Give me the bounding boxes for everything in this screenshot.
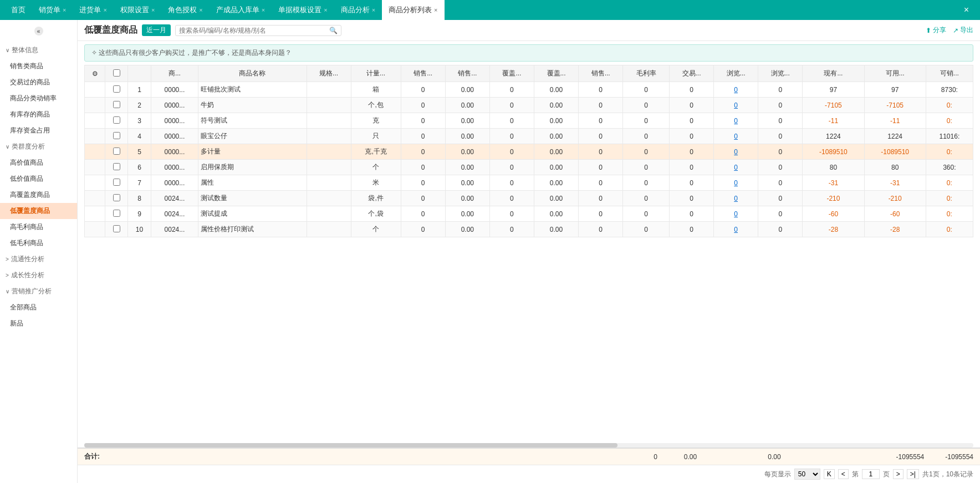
next-page-button[interactable]: > [893, 469, 904, 479]
sidebar-item-traded-goods[interactable]: 交易过的商品 [0, 74, 77, 90]
th-unit[interactable]: 计量... [351, 65, 401, 82]
window-close-button[interactable]: × [957, 5, 976, 15]
nav-permission[interactable]: 权限设置 × [114, 0, 161, 20]
th-code[interactable]: 商... [151, 65, 198, 82]
th-sellable[interactable]: 可销... [926, 65, 973, 82]
scrollbar-thumb[interactable] [84, 443, 617, 448]
sidebar-item-high-margin[interactable]: 高毛利商品 [0, 219, 77, 235]
cell-checkbox[interactable] [105, 144, 128, 160]
nav-goods-analysis-list-close[interactable]: × [434, 7, 437, 13]
row-checkbox[interactable] [113, 179, 120, 186]
nav-finished-goods-close[interactable]: × [262, 7, 265, 13]
cell-checkbox[interactable] [105, 191, 128, 206]
nav-purchase-close[interactable]: × [103, 7, 106, 13]
cell-browse1[interactable]: 0 [714, 222, 758, 237]
search-input[interactable] [179, 27, 329, 34]
row-checkbox[interactable] [113, 148, 120, 155]
page-number-input[interactable] [862, 469, 880, 479]
nav-goods-analysis-close[interactable]: × [372, 7, 375, 13]
th-browse2[interactable]: 浏览... [758, 65, 803, 82]
sidebar-item-low-value[interactable]: 低价值商品 [0, 171, 77, 187]
sidebar-item-sales-goods[interactable]: 销售类商品 [0, 58, 77, 74]
sidebar-item-stocked-goods[interactable]: 有库存的商品 [0, 106, 77, 123]
sidebar-item-low-coverage[interactable]: 低覆盖度商品 [0, 203, 77, 219]
search-icon[interactable]: 🔍 [329, 27, 338, 34]
th-browse1[interactable]: 浏览... [714, 65, 758, 82]
row-checkbox[interactable] [113, 85, 120, 93]
sidebar-section-liquidity[interactable]: > 流通性分析 [0, 251, 77, 267]
sidebar-section-overall[interactable]: ∨ 整体信息 [0, 42, 77, 58]
cell-checkbox[interactable] [105, 206, 128, 222]
cell-checkbox[interactable] [105, 98, 128, 113]
row-checkbox[interactable] [113, 116, 120, 124]
sidebar-section-cluster[interactable]: ∨ 类群度分析 [0, 139, 77, 155]
th-current[interactable]: 现有... [803, 65, 864, 82]
sidebar-item-high-value[interactable]: 高价值商品 [0, 155, 77, 171]
th-sales2[interactable]: 销售... [579, 65, 623, 82]
cell-browse1[interactable]: 0 [714, 144, 758, 160]
th-sales-count[interactable]: 销售... [401, 65, 445, 82]
nav-permission-close[interactable]: × [151, 7, 155, 13]
th-checkbox[interactable] [105, 65, 128, 82]
cell-checkbox[interactable] [105, 82, 128, 98]
th-cover1[interactable]: 覆盖... [489, 65, 534, 82]
table-container[interactable]: ⚙ 商... 商品名称 规格... 计量... 销售... 销售... 覆盖..… [78, 65, 980, 443]
select-all-checkbox[interactable] [113, 69, 120, 77]
sidebar-collapse-button[interactable]: « [34, 27, 43, 35]
sidebar-section-marketing[interactable]: ∨ 营销推广分析 [0, 283, 77, 299]
nav-sales[interactable]: 销货单 × [32, 0, 73, 20]
first-page-button[interactable]: K [824, 469, 835, 479]
period-button[interactable]: 近一月 [142, 24, 171, 36]
cell-browse1[interactable]: 0 [714, 82, 758, 98]
sidebar-section-growth[interactable]: > 成长性分析 [0, 267, 77, 283]
prev-page-button[interactable]: < [838, 469, 849, 479]
nav-role[interactable]: 角色授权 × [161, 0, 209, 20]
th-trade[interactable]: 交易... [669, 65, 713, 82]
cell-browse1[interactable]: 0 [714, 129, 758, 144]
nav-template[interactable]: 单据模板设置 × [272, 0, 334, 20]
th-sales-amount[interactable]: 销售... [445, 65, 489, 82]
cell-checkbox[interactable] [105, 160, 128, 175]
cell-browse1[interactable]: 0 [714, 160, 758, 175]
sidebar-item-stock-funds[interactable]: 库存资金占用 [0, 123, 77, 139]
row-checkbox[interactable] [113, 163, 120, 170]
horizontal-scrollbar[interactable] [84, 443, 973, 448]
share-button[interactable]: ⬆ 分享 [926, 26, 946, 35]
row-checkbox[interactable] [113, 225, 120, 232]
cell-checkbox[interactable] [105, 175, 128, 191]
th-gross-margin[interactable]: 毛利率 [623, 65, 670, 82]
sidebar-item-all-goods[interactable]: 全部商品 [0, 299, 77, 316]
last-page-button[interactable]: >| [907, 469, 919, 479]
th-name[interactable]: 商品名称 [198, 65, 307, 82]
cell-browse1[interactable]: 0 [714, 206, 758, 222]
cell-checkbox[interactable] [105, 129, 128, 144]
per-page-select[interactable]: 50 20 100 200 [794, 469, 820, 480]
cell-checkbox[interactable] [105, 222, 128, 237]
row-checkbox[interactable] [113, 101, 120, 108]
cell-browse1[interactable]: 0 [714, 113, 758, 129]
cell-checkbox[interactable] [105, 113, 128, 129]
nav-home[interactable]: 首页 [4, 0, 32, 20]
cell-browse1[interactable]: 0 [714, 191, 758, 206]
cell-browse1[interactable]: 0 [714, 175, 758, 191]
sidebar-item-high-coverage[interactable]: 高覆盖度商品 [0, 187, 77, 203]
row-checkbox[interactable] [113, 210, 120, 217]
row-checkbox[interactable] [113, 194, 120, 201]
sidebar-item-low-margin[interactable]: 低毛利商品 [0, 235, 77, 251]
row-checkbox[interactable] [113, 132, 120, 139]
nav-goods-analysis-list[interactable]: 商品分析列表 × [382, 0, 444, 20]
th-available[interactable]: 可用... [864, 65, 926, 82]
nav-finished-goods[interactable]: 产成品入库单 × [210, 0, 272, 20]
th-cover2[interactable]: 覆盖... [534, 65, 578, 82]
cell-browse1[interactable]: 0 [714, 98, 758, 113]
nav-goods-analysis[interactable]: 商品分析 × [334, 0, 382, 20]
nav-template-close[interactable]: × [324, 7, 327, 13]
sidebar-item-new-goods[interactable]: 新品 [0, 316, 77, 332]
nav-purchase[interactable]: 进货单 × [73, 0, 113, 20]
sidebar-item-category-rate[interactable]: 商品分类动销率 [0, 90, 77, 106]
export-button[interactable]: ↗ 导出 [953, 26, 973, 35]
th-spec[interactable]: 规格... [307, 65, 351, 82]
nav-sales-close[interactable]: × [63, 7, 66, 13]
nav-role-close[interactable]: × [199, 7, 202, 13]
th-settings[interactable]: ⚙ [85, 65, 105, 82]
